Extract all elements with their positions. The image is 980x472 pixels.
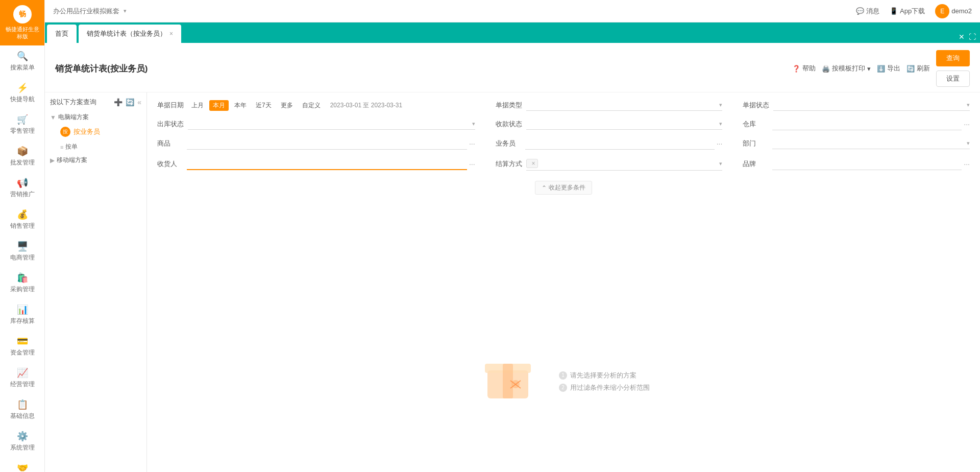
active-scheme-bullet: 按 — [60, 127, 70, 137]
brand-label: 品牌 — [743, 159, 768, 169]
sidebar-item-label: 销售管理 — [10, 222, 35, 230]
sidebar-item-quick[interactable]: ⚡ 快捷导航 — [0, 77, 44, 109]
date-tab-thisyear[interactable]: 本年 — [231, 100, 250, 111]
sidebar-item-retail[interactable]: 🛒 零售管理 — [0, 109, 44, 140]
goods-dots[interactable]: ··· — [469, 139, 475, 148]
close-window-icon[interactable]: ✕ — [959, 33, 965, 41]
query-button[interactable]: 查询 — [936, 50, 970, 66]
logo-text: 畅捷通好生意标版 — [6, 26, 39, 40]
date-tab-7days[interactable]: 近7天 — [252, 100, 275, 111]
receivestatus-dropdown-icon: ▾ — [719, 121, 722, 127]
collapse-button[interactable]: ⌃ 收起更多条件 — [535, 181, 592, 195]
warehouse-dots[interactable]: ··· — [964, 120, 970, 128]
scheme-item-byorder-label: 按单 — [65, 143, 78, 151]
quick-icon: ⚡ — [17, 82, 28, 93]
sidebar-item-ecom[interactable]: 🖥️ 电商管理 — [0, 235, 44, 267]
status-select[interactable]: ▾ — [773, 100, 970, 111]
scheme-desktop-header[interactable]: ▼ 电脑端方案 — [45, 111, 146, 124]
tab-close-icon[interactable]: × — [169, 30, 173, 37]
payment-tag-close[interactable]: × — [532, 160, 535, 167]
consignee-dots[interactable]: ··· — [469, 160, 475, 168]
sidebar-item-system[interactable]: ⚙️ 系统管理 — [0, 426, 44, 457]
consignee-input[interactable] — [187, 157, 467, 170]
tab-home[interactable]: 首页 — [47, 25, 77, 43]
sidebar-item-search[interactable]: 🔍 搜索菜单 — [0, 45, 44, 77]
refresh-button[interactable]: 🔄 刷新 — [906, 64, 930, 73]
collapse-bar: ⌃ 收起更多条件 — [157, 178, 970, 200]
status-label: 单据状态 — [743, 101, 769, 110]
settings-button[interactable]: 设置 — [936, 70, 970, 87]
scheme-section-mobile: ▶ 移动端方案 — [45, 154, 146, 167]
sidebar-item-enterprise[interactable]: 🤝 企业协同 — [0, 457, 44, 472]
tab-maximize-area: ✕ ⛶ — [959, 33, 976, 41]
empty-hint-1: 1 请先选择要分析的方案 — [559, 371, 650, 380]
hint-num-2: 2 — [559, 384, 567, 392]
date-tab-lastmonth[interactable]: 上月 — [188, 100, 207, 111]
sidebar-item-marketing[interactable]: 📢 营销推广 — [0, 172, 44, 204]
message-button[interactable]: 💬 消息 — [856, 7, 879, 16]
account-dropdown-icon[interactable]: ▾ — [124, 8, 127, 14]
user-name: demo2 — [951, 7, 972, 15]
sidebar-item-wholesale[interactable]: 📦 批发管理 — [0, 140, 44, 172]
type-label: 单据类型 — [496, 101, 522, 110]
scheme-panel: 按以下方案查询 ➕ 🔄 « ▼ 电脑端方案 按 — [45, 92, 147, 472]
print-icon: 🖨️ — [822, 65, 830, 73]
date-tab-thismonth[interactable]: 本月 — [209, 100, 229, 111]
staff-label: 业务员 — [496, 139, 521, 148]
template-print-button[interactable]: 🖨️ 按模板打印 ▾ — [822, 64, 871, 73]
date-label: 单据日期 — [157, 101, 184, 110]
sidebar-item-inventory[interactable]: 📊 库存核算 — [0, 299, 44, 331]
app-download-button[interactable]: 📱 App下载 — [890, 7, 925, 16]
maximize-icon[interactable]: ⛶ — [969, 33, 976, 41]
sidebar-item-finance[interactable]: 💳 资金管理 — [0, 331, 44, 362]
date-tab-custom[interactable]: 自定义 — [299, 100, 324, 111]
sidebar-logo[interactable]: 畅 畅捷通好生意标版 — [0, 0, 44, 45]
user-menu[interactable]: E demo2 — [935, 4, 972, 18]
staff-input[interactable] — [525, 137, 715, 150]
enterprise-icon: 🤝 — [17, 462, 28, 472]
dept-select[interactable]: ▾ — [772, 138, 970, 149]
sidebar-item-sales[interactable]: 💰 销售管理 — [0, 204, 44, 235]
sidebar-item-base[interactable]: 📋 基础信息 — [0, 394, 44, 426]
type-select[interactable]: ▾ — [526, 100, 723, 111]
scheme-item-bystaff[interactable]: 按 按业务员 — [45, 124, 146, 140]
inventory-icon: 📊 — [17, 304, 28, 315]
status-dropdown-icon: ▾ — [967, 102, 970, 108]
warehouse-input[interactable] — [772, 118, 962, 130]
refresh-label: 刷新 — [917, 64, 930, 73]
staff-dots[interactable]: ··· — [717, 139, 723, 148]
sidebar-item-purchase[interactable]: 🛍️ 采购管理 — [0, 267, 44, 299]
wholesale-icon: 📦 — [17, 146, 28, 157]
goods-input[interactable] — [187, 137, 467, 150]
date-tab-more[interactable]: 更多 — [277, 100, 297, 111]
help-button[interactable]: ❓ 帮助 — [792, 64, 816, 73]
filter-type-field: 单据类型 ▾ — [496, 100, 723, 111]
filter-staff-field: 业务员 ··· — [496, 137, 723, 150]
scheme-mobile-header[interactable]: ▶ 移动端方案 — [45, 154, 146, 167]
brand-dots[interactable]: ··· — [964, 160, 970, 168]
brand-input[interactable] — [772, 158, 962, 170]
payment-dropdown-icon: ▾ — [719, 160, 722, 167]
scheme-header-title: 按以下方案查询 — [50, 98, 96, 107]
receivestatus-select[interactable]: ▾ — [526, 119, 723, 130]
sidebar-item-label: 批发管理 — [10, 158, 35, 167]
scheme-refresh-icon[interactable]: 🔄 — [126, 98, 134, 106]
filter-row-4: 收货人 ··· 结算方式 × — [157, 157, 970, 171]
export-button[interactable]: ⬇️ 导出 — [877, 64, 900, 73]
scheme-collapse-icon[interactable]: « — [137, 98, 141, 106]
scheme-add-icon[interactable]: ➕ — [114, 98, 122, 106]
consignee-label: 收货人 — [157, 159, 183, 169]
tab-report[interactable]: 销货单统计表（按业务员） × — [79, 25, 181, 43]
sidebar-item-operations[interactable]: 📈 经营管理 — [0, 362, 44, 394]
outstatus-select[interactable]: ▾ — [188, 119, 475, 130]
page-header: 销货单统计表(按业务员) ❓ 帮助 🖨️ 按模板打印 ▾ ⬇️ 导出 — [45, 43, 980, 92]
filter-receivestatus-field: 收款状态 ▾ — [496, 119, 723, 130]
page-title: 销货单统计表(按业务员) — [55, 63, 148, 75]
ecom-icon: 🖥️ — [17, 241, 28, 252]
filter-row-1: 单据日期 上月 本月 本年 近7天 更多 自定义 2023-03-01 至 20… — [157, 100, 970, 111]
payment-select[interactable]: × ▾ — [526, 157, 723, 171]
sidebar-item-label: 库存核算 — [10, 317, 35, 325]
type-dropdown-icon: ▾ — [719, 102, 722, 108]
filter-goods-field: 商品 ··· — [157, 137, 475, 150]
scheme-item-byorder[interactable]: ≡ 按单 — [45, 140, 146, 154]
